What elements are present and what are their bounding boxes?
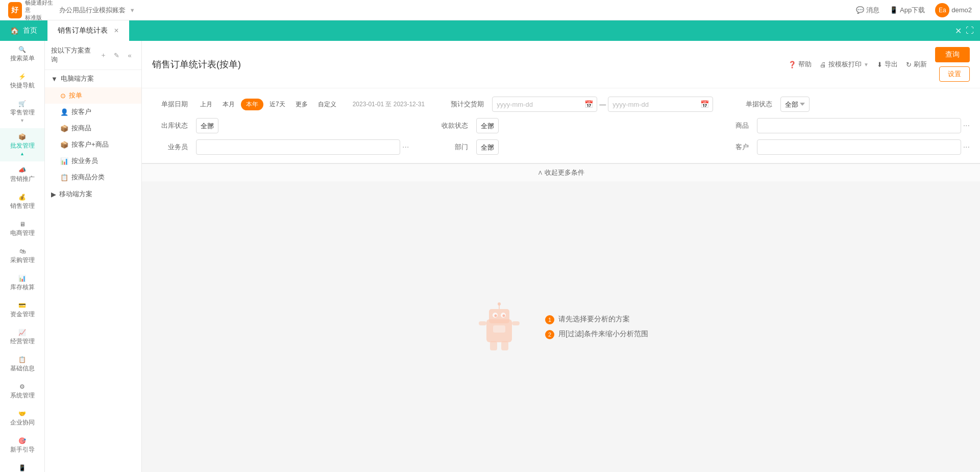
mobile-section-expand-icon: ▶ — [51, 191, 56, 198]
logo-text: 畅捷通好生意 标准版 — [25, 0, 53, 21]
date-custom-btn[interactable]: 自定义 — [314, 99, 340, 110]
scheme-section-pc-title[interactable]: ▼ 电脑端方案 — [45, 70, 141, 87]
svg-rect-11 — [501, 341, 508, 350]
export-btn[interactable]: ⬇ 导出 — [877, 60, 898, 69]
salesman-input[interactable] — [196, 139, 400, 155]
left-panel-actions: ＋ ✎ « — [97, 50, 135, 61]
out-status-wrap: 全部 — [196, 118, 409, 133]
goods-input[interactable] — [757, 118, 961, 133]
out-status-label: 出库状态 — [152, 121, 188, 130]
scheme-collapse-btn[interactable]: « — [124, 50, 135, 61]
title-dropdown-btn[interactable]: ▼ — [130, 7, 135, 13]
help-btn[interactable]: ❓ 帮助 — [788, 60, 812, 69]
sidebar-item-basic[interactable]: 📋 基础信息 — [0, 351, 44, 378]
date-last-month-btn[interactable]: 上月 — [196, 99, 216, 110]
empty-hint-2: 2 用[过滤]条件来缩小分析范围 — [545, 329, 648, 339]
tab-sales-stats[interactable]: 销售订单统计表 ✕ — [47, 20, 129, 41]
scheme-item-by-goods[interactable]: 📦 按商品 — [45, 120, 141, 136]
filter-row-3: 业务员 ··· 部门 全部 客户 ··· — [152, 139, 970, 155]
settings-button[interactable]: 设置 — [939, 66, 970, 82]
sidebar-item-wholesale[interactable]: 📦 批发管理 ▲ — [0, 128, 44, 161]
sidebar-item-appcenter[interactable]: 📱 应用中心 — [0, 459, 44, 472]
newguide-icon: 🎯 — [18, 437, 26, 444]
main-layout: 🔍 搜索菜单 ⚡ 快捷导航 🛒 零售管理 ▼ 📦 批发管理 ▲ 📣 营销推广 💰… — [0, 41, 980, 472]
sidebar-item-inventory[interactable]: 📊 库存核算 — [0, 270, 44, 297]
scheme-edit-btn[interactable]: ✎ — [111, 50, 122, 61]
expected-date-end-input[interactable] — [608, 97, 713, 112]
export-icon: ⬇ — [877, 61, 883, 68]
receive-status-select[interactable]: 全部 — [476, 118, 499, 133]
tab-bar-right: ✕ ⛶ — [955, 26, 980, 36]
sales-icon: 💰 — [18, 194, 26, 201]
sidebar-search[interactable]: 🔍 搜索菜单 — [0, 41, 44, 68]
customer-dots-btn[interactable]: ··· — [963, 143, 970, 152]
query-button[interactable]: 查询 — [935, 47, 970, 62]
empty-state-hints: 1 请先选择要分析的方案 2 用[过滤]条件来缩小分析范围 — [545, 315, 648, 339]
sidebar-item-finance[interactable]: 💳 资金管理 — [0, 297, 44, 324]
collapse-bar[interactable]: ∧ 收起更多条件 — [142, 163, 980, 181]
hint-text-1: 请先选择要分析的方案 — [558, 315, 630, 324]
expected-date-start-input[interactable] — [492, 97, 597, 112]
tab-close-window-btn[interactable]: ✕ — [955, 26, 962, 36]
wholesale-arrow: ▲ — [20, 151, 24, 156]
sidebar-item-marketing[interactable]: 📣 营销推广 — [0, 161, 44, 188]
dept-select[interactable]: 全部 — [476, 139, 499, 155]
home-icon: 🏠 — [10, 27, 19, 35]
scheme-item-by-salesman[interactable]: 📊 按业务员 — [45, 153, 141, 169]
by-salesman-icon: 📊 — [60, 157, 68, 165]
goods-label: 商品 — [713, 121, 749, 130]
operation-icon: 📈 — [18, 329, 26, 336]
sidebar-quicknav[interactable]: ⚡ 快捷导航 — [0, 68, 44, 95]
status-select[interactable]: 全部 待审核 已审核 已关闭 — [780, 97, 810, 112]
sidebar-item-newguide[interactable]: 🎯 新手引导 — [0, 432, 44, 459]
scheme-section-pc: ▼ 电脑端方案 ⊙ 按单 👤 按客户 📦 按商品 📦 按客户+商品 — [45, 70, 141, 185]
scheme-item-by-customer-goods[interactable]: 📦 按客户+商品 — [45, 136, 141, 153]
sidebar-item-system[interactable]: ⚙ 系统管理 — [0, 378, 44, 405]
svg-point-7 — [498, 302, 501, 305]
app-download-btn[interactable]: 📱 App下载 — [890, 6, 925, 15]
dept-label: 部门 — [432, 143, 468, 152]
scheme-section-mobile-title[interactable]: ▶ 移动端方案 — [45, 185, 141, 203]
tab-bar: 🏠 首页 销售订单统计表 ✕ ✕ ⛶ — [0, 20, 980, 41]
date-label: 单据日期 — [152, 100, 188, 109]
scheme-add-btn[interactable]: ＋ — [97, 50, 109, 61]
retail-icon: 🛒 — [18, 100, 26, 107]
customer-input[interactable] — [757, 139, 961, 155]
tab-close-btn[interactable]: ✕ — [114, 27, 119, 34]
sidebar-item-purchase[interactable]: 🛍 采购管理 — [0, 243, 44, 270]
sidebar-item-ecommerce[interactable]: 🖥 电商管理 — [0, 216, 44, 243]
hint-text-2: 用[过滤]条件来缩小分析范围 — [558, 329, 648, 339]
salesman-label: 业务员 — [152, 143, 188, 152]
inventory-icon: 📊 — [18, 275, 26, 282]
salesman-dots-btn[interactable]: ··· — [402, 143, 409, 152]
svg-rect-12 — [493, 325, 505, 333]
print-icon: 🖨 — [820, 61, 826, 68]
out-status-select[interactable]: 全部 — [196, 118, 218, 133]
expected-date-label: 预计交货期 — [448, 100, 484, 109]
filter-row-2: 出库状态 全部 收款状态 全部 商品 — [152, 118, 970, 133]
scheme-item-by-order[interactable]: ⊙ 按单 — [45, 87, 141, 104]
message-btn[interactable]: 💬 消息 — [856, 6, 879, 15]
hint-num-1: 1 — [545, 315, 554, 324]
user-area[interactable]: Ea demo2 — [935, 3, 972, 17]
scheme-item-by-customer[interactable]: 👤 按客户 — [45, 104, 141, 120]
sidebar-item-operation[interactable]: 📈 经营管理 — [0, 324, 44, 351]
sidebar-item-sales[interactable]: 💰 销售管理 — [0, 188, 44, 216]
goods-dots-btn[interactable]: ··· — [963, 121, 970, 130]
date-more-btn[interactable]: 更多 — [291, 99, 312, 110]
scheme-item-by-category[interactable]: 📋 按商品分类 — [45, 169, 141, 185]
refresh-btn[interactable]: ↻ 刷新 — [906, 60, 927, 69]
template-print-btn[interactable]: 🖨 按模板打印 ▼ — [820, 60, 869, 69]
sidebar-item-retail[interactable]: 🛒 零售管理 ▼ — [0, 95, 44, 128]
app-icon: 📱 — [890, 6, 898, 14]
date-7days-btn[interactable]: 近7天 — [265, 99, 289, 110]
sidebar-item-enterprise[interactable]: 🤝 企业协同 — [0, 405, 44, 432]
date-this-year-btn[interactable]: 本年 — [241, 99, 263, 110]
by-customer-icon: 👤 — [60, 108, 68, 116]
section-expand-icon: ▼ — [51, 75, 58, 83]
status-label: 单据状态 — [737, 100, 772, 109]
tab-expand-btn[interactable]: ⛶ — [966, 26, 974, 35]
date-this-month-btn[interactable]: 本月 — [218, 99, 239, 110]
tab-home[interactable]: 🏠 首页 — [0, 20, 47, 41]
enterprise-icon: 🤝 — [18, 410, 26, 417]
